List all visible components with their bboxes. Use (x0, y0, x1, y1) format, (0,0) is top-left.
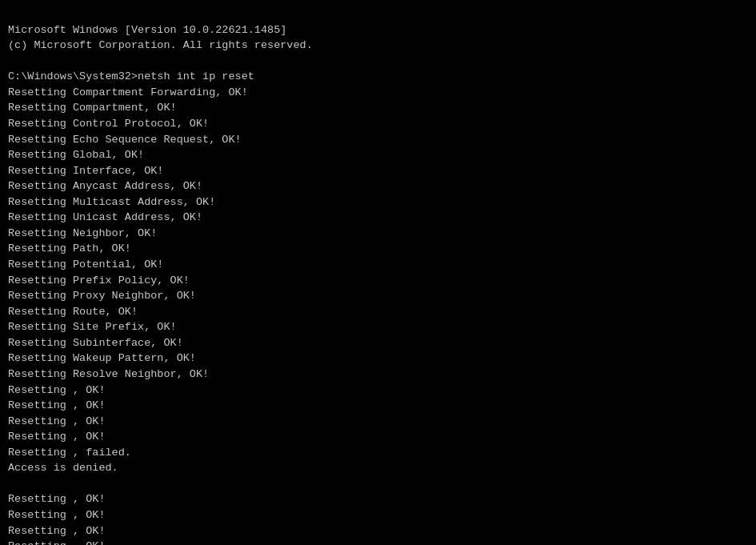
terminal-line: Resetting Compartment Forwarding, OK! (8, 85, 748, 101)
terminal-line: Access is denied. (8, 460, 748, 476)
terminal-line: Resetting Subinterface, OK! (8, 335, 748, 351)
terminal-line: Resetting , OK! (8, 398, 748, 414)
terminal-line: Resetting Path, OK! (8, 241, 748, 257)
terminal-line: Resetting , OK! (8, 429, 748, 445)
terminal-line: Resetting Site Prefix, OK! (8, 319, 748, 335)
terminal-line: Resetting , OK! (8, 383, 748, 399)
terminal-line: Resetting Global, OK! (8, 147, 748, 163)
terminal-line: Resetting Prefix Policy, OK! (8, 273, 748, 289)
terminal-line: Resetting Compartment, OK! (8, 100, 748, 116)
terminal-line: Resetting Resolve Neighbor, OK! (8, 367, 748, 383)
terminal-line: Resetting Interface, OK! (8, 163, 748, 179)
terminal-line: Resetting Wakeup Pattern, OK! (8, 351, 748, 367)
terminal-line: Resetting Route, OK! (8, 304, 748, 320)
terminal-line: (c) Microsoft Corporation. All rights re… (8, 38, 748, 54)
terminal-line: Resetting , failed. (8, 445, 748, 461)
terminal-line: Resetting Control Protocol, OK! (8, 116, 748, 132)
terminal-line: Resetting , OK! (8, 523, 748, 539)
terminal-line: Resetting , OK! (8, 414, 748, 430)
terminal-line: Resetting , OK! (8, 539, 748, 545)
terminal-line: Resetting Unicast Address, OK! (8, 210, 748, 226)
terminal-line: Resetting Potential, OK! (8, 257, 748, 273)
terminal-line: Resetting Neighbor, OK! (8, 226, 748, 242)
terminal-line: Resetting Multicast Address, OK! (8, 194, 748, 210)
terminal-line: Resetting , OK! (8, 507, 748, 523)
terminal-line: Resetting Anycast Address, OK! (8, 178, 748, 194)
terminal-line: Resetting , OK! (8, 491, 748, 507)
terminal-line: Resetting Echo Sequence Request, OK! (8, 132, 748, 148)
terminal-line: Resetting Proxy Neighbor, OK! (8, 288, 748, 304)
terminal-output: Microsoft Windows [Version 10.0.22621.14… (8, 6, 748, 545)
terminal-line: Microsoft Windows [Version 10.0.22621.14… (8, 22, 748, 38)
terminal-line: C:\Windows\System32>netsh int ip reset (8, 69, 748, 85)
